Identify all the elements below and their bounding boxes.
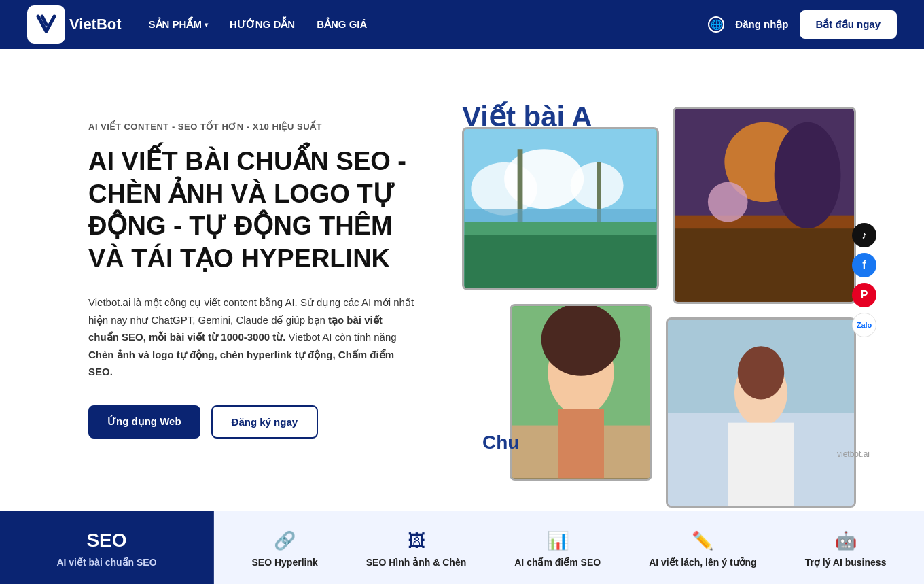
nav-right: 🌐 Đăng nhập Bắt đầu ngay [708,10,897,39]
nav-links: SẢN PHẨM ▾ HƯỚNG DẪN BẢNG GIÁ [149,18,709,31]
logo-svg [33,11,60,38]
pinterest-icon: P [861,289,868,301]
feature-hyperlink[interactable]: 🔗 SEO Hyperlink [245,517,325,581]
login-button[interactable]: Đăng nhập [735,18,788,31]
seo-box: SEO AI viết bài chuẩn SEO [0,511,214,584]
feature-ai-business[interactable]: 🤖 Trợ lý AI business [798,517,893,581]
svg-point-26 [738,346,785,399]
hero-img-landscape [462,127,659,290]
hero-img-portrait-white [666,317,856,508]
hero-left: AI VIẾT CONTENT - SEO TỐT HƠN - X10 HIỆU… [88,122,414,439]
zalo-button[interactable]: Zalo [852,313,876,337]
chevron-down-icon: ▾ [205,21,208,29]
hero-desc-bold2: Chèn ảnh và logo tự động, chèn hyperlink… [88,349,394,378]
tiktok-icon: ♪ [861,229,867,241]
hero-subtitle: AI VIẾT CONTENT - SEO TỐT HƠN - X10 HIỆU… [88,122,414,132]
svg-rect-9 [465,209,657,222]
svg-rect-25 [728,423,794,506]
portrait-anime-svg [512,306,650,479]
images-icon: 🖼 [408,530,425,551]
seo-score-icon: 📊 [547,530,569,551]
hero-chu-label: Chu [482,432,519,453]
feature-hyperlink-label: SEO Hyperlink [252,557,318,568]
hero-section: AI VIẾT CONTENT - SEO TỐT HƠN - X10 HIỆU… [0,49,924,511]
hero-img-portrait-anime [510,304,652,481]
hero-desc-part2: Vietbot AI còn tính năng [285,331,396,343]
portrait-horse-svg [675,109,854,302]
hyperlink-icon: 🔗 [274,530,296,551]
bottom-features: 🔗 SEO Hyperlink 🖼 SEO Hình ảnh & Chèn 📊 … [214,511,924,584]
svg-point-13 [775,122,841,228]
hero-image-label: Viết bài A [462,100,592,133]
svg-rect-3 [465,235,657,288]
landscape-svg [464,129,657,288]
tiktok-button[interactable]: ♪ [852,223,876,247]
hero-title: AI VIẾT BÀI CHUẨN SEO - CHÈN ẢNH VÀ LOGO… [88,145,414,275]
facebook-icon: f [862,259,866,271]
ai-business-icon: 🤖 [835,530,857,551]
feature-images[interactable]: 🖼 SEO Hình ảnh & Chèn [359,517,473,581]
feature-writing[interactable]: ✏️ AI viết lách, lên ý tưởng [642,517,763,581]
svg-point-19 [541,306,621,376]
register-button[interactable]: Đăng ký ngay [211,405,319,439]
nav-huong-dan[interactable]: HƯỚNG DẪN [230,18,295,31]
hero-right: Viết bài A [442,93,876,467]
hero-watermark: vietbot.ai [837,449,870,459]
feature-seo-score[interactable]: 📊 AI chấm điểm SEO [508,517,607,581]
feature-images-label: SEO Hình ảnh & Chèn [366,557,466,568]
logo-container[interactable]: VietBot [27,5,122,44]
pinterest-button[interactable]: P [852,283,876,307]
seo-title: SEO [86,530,126,551]
hero-img-portrait-horse [673,107,856,304]
svg-rect-20 [558,409,604,478]
nav-san-pham[interactable]: SẢN PHẨM ▾ [149,18,208,31]
hero-buttons: Ứng dụng Web Đăng ký ngay [88,405,414,439]
feature-ai-business-label: Trợ lý AI business [805,557,887,568]
writing-icon: ✏️ [692,530,713,551]
web-app-button[interactable]: Ứng dụng Web [88,405,200,439]
navbar: VietBot SẢN PHẨM ▾ HƯỚNG DẪN BẢNG GIÁ 🌐 … [0,0,924,49]
svg-rect-14 [675,228,854,302]
start-button[interactable]: Bắt đầu ngay [800,10,898,39]
nav-bang-gia[interactable]: BẢNG GIÁ [317,18,367,31]
zalo-icon: Zalo [857,321,872,329]
logo-text: VietBot [69,16,122,33]
globe-icon: 🌐 [708,16,724,33]
seo-subtitle: AI viết bài chuẩn SEO [56,557,156,568]
hero-description: Vietbot.ai là một công cụ viết content b… [88,294,414,381]
facebook-button[interactable]: f [852,253,876,277]
feature-seo-score-label: AI chấm điểm SEO [514,557,601,568]
language-button[interactable]: 🌐 [708,16,724,33]
portrait-white-svg [668,320,854,506]
hero-images: Viết bài A [442,93,876,467]
svg-point-15 [708,182,748,222]
logo-box [27,5,65,44]
bottom-section: SEO AI viết bài chuẩn SEO 🔗 SEO Hyperlin… [0,511,924,584]
social-sidebar: ♪ f P Zalo [852,223,876,337]
feature-writing-label: AI viết lách, lên ý tưởng [649,557,756,568]
